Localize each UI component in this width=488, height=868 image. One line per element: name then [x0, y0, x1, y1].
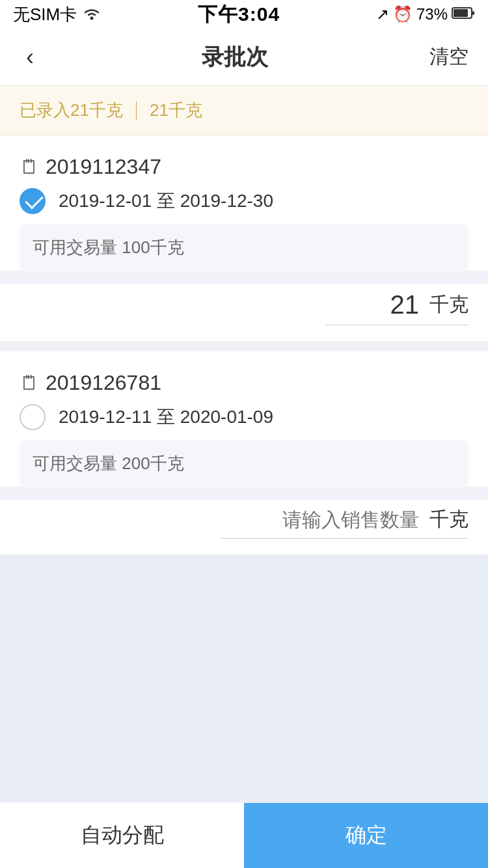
empty-area — [0, 554, 488, 802]
clear-button[interactable]: 清空 — [429, 44, 468, 70]
input-container-2: 千克 — [0, 500, 488, 554]
qty-unit-2: 千克 — [429, 506, 468, 533]
status-time: 下午3:04 — [198, 1, 280, 28]
back-button[interactable]: ‹ — [20, 37, 40, 77]
amount-unit-1: 千克 — [429, 292, 468, 318]
battery-percent: 73% — [416, 5, 448, 23]
carrier-text: 无SIM卡 — [13, 3, 77, 26]
status-carrier: 无SIM卡 — [13, 3, 102, 26]
content-area: 已录入21千克 21千克 🗒 2019112347 2019-12-01 至 2… — [0, 86, 488, 867]
info-label: 已录入21千克 — [20, 99, 123, 122]
batch-1-id: 2019112347 — [46, 155, 161, 179]
page-title: 录批次 — [202, 42, 268, 72]
battery-icon — [452, 5, 475, 23]
batch-1-header: 🗒 2019112347 — [20, 155, 468, 179]
quantity-input-2[interactable] — [211, 509, 419, 531]
svg-rect-3 — [472, 11, 474, 15]
batch-item-2: 🗒 2019126781 2019-12-11 至 2020-01-09 可用交… — [0, 351, 488, 487]
batch-item-1: 🗒 2019112347 2019-12-01 至 2019-12-30 可用交… — [0, 135, 488, 271]
batch-2-icon: 🗒 — [20, 372, 39, 394]
amount-value-1: 21 — [390, 290, 420, 319]
batch-2-header: 🗒 2019126781 — [20, 371, 468, 395]
batch-2-date: 2019-12-11 至 2020-01-09 — [59, 405, 273, 429]
batch-1-date: 2019-12-01 至 2019-12-30 — [59, 189, 273, 213]
batch-2-id: 2019126781 — [46, 371, 161, 395]
info-divider — [136, 102, 137, 120]
status-bar: 无SIM卡 下午3:04 ↗ ⏰ 73% — [0, 0, 488, 29]
section-divider — [0, 341, 488, 351]
alarm-icon: ⏰ — [393, 5, 413, 23]
svg-rect-2 — [454, 9, 468, 17]
info-value: 21千克 — [150, 99, 202, 122]
batch-2-availability: 可用交易量 200千克 — [20, 441, 468, 487]
location-icon: ↗ — [376, 5, 389, 23]
svg-point-0 — [90, 16, 94, 20]
info-banner: 已录入21千克 21千克 — [0, 86, 488, 135]
amount-container-1: 21 千克 — [0, 284, 488, 341]
batch-2-date-row: 2019-12-11 至 2020-01-09 — [20, 404, 468, 430]
batch-1-availability: 可用交易量 100千克 — [20, 224, 468, 271]
nav-bar: ‹ 录批次 清空 — [0, 29, 488, 86]
batch-2-radio[interactable] — [20, 404, 46, 430]
wifi-icon — [82, 5, 102, 25]
confirm-button[interactable]: 确定 — [244, 803, 488, 868]
status-right: ↗ ⏰ 73% — [376, 5, 475, 23]
batch-1-date-row: 2019-12-01 至 2019-12-30 — [20, 188, 468, 214]
input-underline-2 — [221, 538, 468, 539]
batch-1-icon: 🗒 — [20, 156, 39, 178]
auto-distribute-button[interactable]: 自动分配 — [0, 803, 244, 868]
bottom-bar: 自动分配 确定 — [0, 803, 488, 868]
batch-1-radio[interactable] — [20, 188, 46, 214]
amount-underline-1 — [325, 325, 468, 325]
